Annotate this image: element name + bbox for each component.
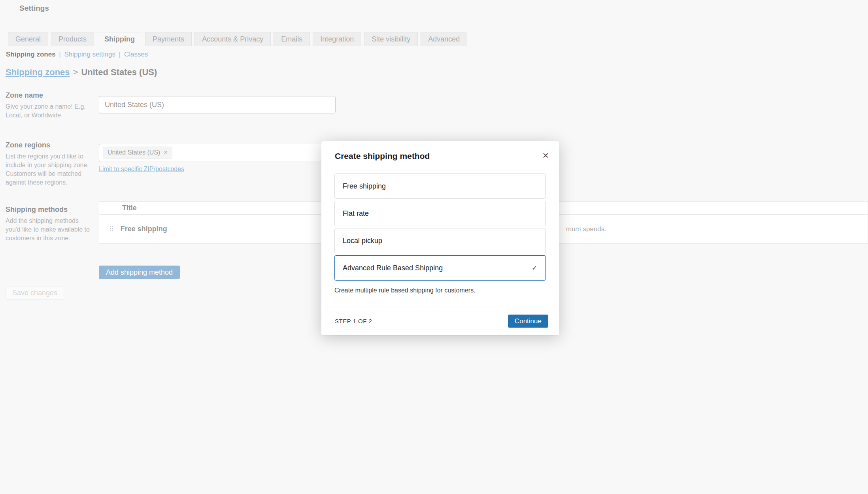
close-icon[interactable]: × [543,150,549,160]
option-label: Local pickup [343,237,382,245]
create-shipping-method-modal: Create shipping method × Free shipping F… [321,141,559,335]
option-advanced-rule-based-shipping[interactable]: Advanced Rule Based Shipping ✓ [334,255,546,281]
continue-button[interactable]: Continue [508,315,548,328]
option-label: Free shipping [343,182,386,190]
option-free-shipping[interactable]: Free shipping [334,173,546,199]
option-flat-rate[interactable]: Flat rate [334,201,546,226]
modal-title: Create shipping method [335,151,545,161]
option-label: Flat rate [343,209,369,218]
option-label: Advanced Rule Based Shipping [343,264,443,272]
step-indicator: STEP 1 OF 2 [335,318,372,324]
selected-option-description: Create multiple rule based shipping for … [334,287,546,294]
option-local-pickup[interactable]: Local pickup [334,228,546,253]
check-icon: ✓ [532,264,538,272]
